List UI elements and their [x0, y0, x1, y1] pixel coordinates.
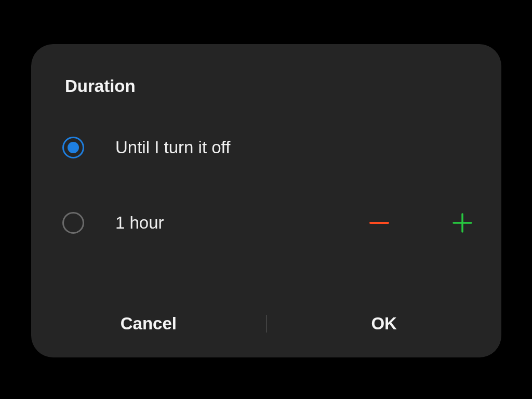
cancel-button[interactable]: Cancel	[31, 307, 266, 341]
radio-until-off[interactable]	[62, 137, 84, 158]
radio-timed[interactable]	[62, 212, 84, 234]
dialog-footer: Cancel OK	[31, 307, 501, 341]
duration-decrease-button[interactable]	[364, 208, 395, 240]
dialog-title: Duration	[65, 76, 136, 96]
ok-button[interactable]: OK	[267, 307, 501, 341]
duration-increase-button[interactable]	[447, 208, 478, 240]
duration-dialog: Duration Until I turn it off 1 hour	[31, 44, 501, 357]
option-until-off-label: Until I turn it off	[115, 138, 230, 157]
option-timed-label: 1 hour	[115, 213, 164, 233]
option-timed[interactable]: 1 hour	[62, 210, 164, 235]
option-until-off[interactable]: Until I turn it off	[62, 135, 230, 160]
plus-icon	[450, 211, 474, 237]
minus-icon	[367, 211, 391, 237]
